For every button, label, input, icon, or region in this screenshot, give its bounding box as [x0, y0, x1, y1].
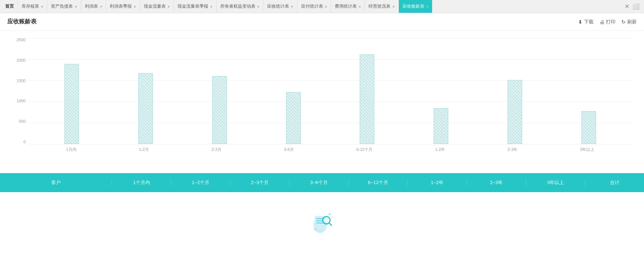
download-button[interactable]: ⬇ 下载 — [578, 19, 594, 25]
table-header-cell: 6~12个月 — [349, 179, 408, 186]
tab-close-icon[interactable]: × — [41, 4, 43, 9]
y-axis-label: 2500 — [17, 38, 26, 42]
tab-ar-aging[interactable]: 应收账龄表× — [399, 0, 432, 13]
tab-cashflow[interactable]: 现金流量表× — [140, 0, 174, 13]
tab-expense[interactable]: 费用统计表× — [331, 0, 365, 13]
svg-line-6 — [329, 223, 332, 225]
bar-group — [581, 111, 596, 144]
x-axis-label: 1-2年 — [435, 147, 445, 152]
tab-label: 费用统计表 — [335, 3, 357, 9]
chart-inner: 1月内1-2月2-3月3-6月6-12个月1-2年2-3年3年以上 — [27, 38, 633, 155]
download-icon: ⬇ — [578, 19, 583, 25]
empty-state-icon: ✦ ✦ — [307, 205, 337, 234]
bar — [434, 108, 448, 144]
table-header-cell: 3~6个月 — [289, 179, 349, 186]
bar — [360, 54, 374, 144]
tab-close-icon[interactable]: × — [392, 4, 394, 9]
tab-label: 现金流量表 — [144, 3, 166, 9]
tab-label: 应收账龄表 — [402, 3, 424, 9]
table-header-cell: 2~3个月 — [231, 179, 290, 186]
tab-close-icon[interactable]: × — [100, 4, 102, 9]
tab-bar: 首页 库存核算×资产负债表×利润表×利润表季报×现金流量表×现金流量表季报×所有… — [0, 0, 644, 13]
y-axis-label: 0 — [23, 140, 26, 144]
bar — [508, 80, 522, 144]
tab-label: 应收统计表 — [267, 3, 289, 9]
table-header: 客户1个月内1~2个月2~3个月3~6个月6~12个月1~2年2~3年3年以上合… — [0, 173, 644, 192]
y-axis-label: 500 — [19, 119, 26, 123]
y-axis-label: 1000 — [17, 99, 26, 103]
x-axis-label: 1月内 — [66, 147, 76, 152]
y-axis-label: 1500 — [17, 79, 26, 83]
close-window-icon[interactable]: ✕ — [625, 3, 629, 10]
tab-label: 应付统计表 — [301, 3, 323, 9]
empty-state: ✦ ✦ — [0, 192, 644, 247]
x-axis-label: 3-6月 — [284, 147, 294, 152]
bar-group — [64, 64, 79, 144]
tab-label: 利润表季报 — [110, 3, 132, 9]
bar-group — [138, 73, 153, 144]
x-axis-label: 2-3年 — [508, 147, 517, 152]
bar — [64, 64, 79, 144]
table-header-cell: 合计 — [585, 179, 644, 186]
bar-group — [286, 92, 301, 144]
tab-close-icon[interactable]: × — [426, 4, 428, 9]
tab-equity[interactable]: 所有者权益变动表× — [217, 0, 263, 13]
print-button[interactable]: 🖨 打印 — [599, 19, 615, 25]
tab-cashflow-quarterly[interactable]: 现金流量表季报× — [174, 0, 216, 13]
tab-balance[interactable]: 资产负债表× — [47, 0, 81, 13]
table-header-cell: 2~3年 — [467, 179, 526, 186]
svg-text:✦: ✦ — [329, 213, 331, 216]
page-title: 应收账龄表 — [7, 18, 37, 26]
bar-group — [360, 54, 374, 144]
tab-close-icon[interactable]: × — [257, 4, 259, 9]
tab-close-icon[interactable]: × — [75, 4, 77, 9]
bars-row — [27, 38, 633, 144]
bar — [138, 73, 153, 144]
tab-ap-stats[interactable]: 应付统计表× — [297, 0, 331, 13]
refresh-icon: ↻ — [621, 19, 626, 25]
table-header-cell: 1~2个月 — [171, 179, 231, 186]
svg-point-7 — [324, 218, 329, 222]
bar — [581, 111, 596, 144]
svg-text:✦: ✦ — [331, 216, 333, 218]
x-axis-label: 1-2月 — [139, 147, 149, 152]
tab-label: 利润表 — [85, 3, 98, 9]
bar — [286, 92, 301, 144]
tab-close-icon[interactable]: × — [210, 4, 212, 9]
chart-area: 25002000150010005000 1月内1-2月2-3月3-6月6-12… — [0, 31, 644, 173]
bar-group — [212, 76, 227, 144]
y-axis-label: 2000 — [17, 58, 26, 62]
tab-home[interactable]: 首页 — [1, 0, 18, 13]
tab-close-icon[interactable]: × — [134, 4, 136, 9]
header-actions: ⬇ 下载 🖨 打印 ↻ 刷新 — [578, 19, 637, 25]
x-axis-label: 3年以上 — [580, 147, 594, 152]
table-header-cell: 1~2年 — [408, 179, 467, 186]
tab-label: 所有者权益变动表 — [220, 3, 255, 9]
tab-close-icon[interactable]: × — [359, 4, 361, 9]
tab-inventory[interactable]: 库存核算× — [18, 0, 47, 13]
page-header: 应收账龄表 ⬇ 下载 🖨 打印 ↻ 刷新 — [0, 13, 644, 31]
bar-group — [508, 80, 522, 144]
main-content: 25002000150010005000 1月内1-2月2-3月3-6月6-12… — [0, 31, 644, 263]
tab-income[interactable]: 利润表× — [81, 0, 106, 13]
tab-label: 现金流量表季报 — [177, 3, 208, 9]
table-header-cell: 3年以上 — [526, 179, 585, 186]
table-header-cell: 客户 — [0, 179, 112, 186]
tab-income-quarterly[interactable]: 利润表季报× — [106, 0, 140, 13]
svg-rect-4 — [316, 222, 323, 224]
table-header-cell: 1个月内 — [112, 179, 171, 186]
refresh-button[interactable]: ↻ 刷新 — [621, 19, 637, 25]
bar-group — [434, 108, 448, 144]
tab-close-icon[interactable]: × — [291, 4, 293, 9]
tab-label: 库存核算 — [22, 3, 39, 9]
x-labels: 1月内1-2月2-3月3-6月6-12个月1-2年2-3年3年以上 — [27, 144, 633, 155]
maximize-window-icon[interactable]: ⬜ — [632, 3, 640, 10]
tab-ar-stats[interactable]: 应收统计表× — [263, 0, 297, 13]
x-axis-label: 2-3月 — [211, 147, 221, 152]
tab-operations[interactable]: 经营状况表× — [365, 0, 398, 13]
x-axis-label: 6-12个月 — [356, 147, 372, 152]
tab-close-icon[interactable]: × — [325, 4, 327, 9]
tab-close-icon[interactable]: × — [168, 4, 170, 9]
chart-container: 25002000150010005000 1月内1-2月2-3月3-6月6-12… — [11, 38, 633, 155]
chart-y-axis: 25002000150010005000 — [11, 38, 27, 144]
